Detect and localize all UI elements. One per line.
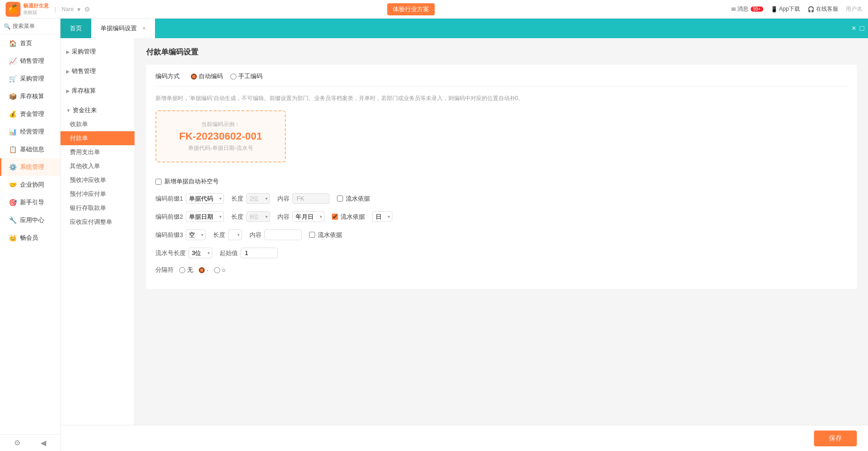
tab-maximize-icon[interactable]: □ [860,24,864,33]
content1-label: 内容 [277,195,289,203]
serial2-unit-wrapper[interactable]: 日 月 年 ▾ [372,211,392,222]
group-sales: ▶ 销售管理 [61,61,135,81]
encoding-card: 编码方式 自动编码 手工编码 [146,65,857,289]
message-badge: 99+ [751,7,763,12]
prefix3-select[interactable]: 空 [189,231,202,238]
logo-text: 畅通好生意 旗舰版 [23,2,49,16]
sep-dot-radio[interactable]: · [199,267,209,274]
sidebar-item-other-income[interactable]: 其他收入单 [61,159,135,173]
content1-input [292,193,330,204]
prefix1-select[interactable]: 单据代码 [189,195,221,202]
content3-item: 内容 [249,229,302,240]
serial1-checkbox[interactable] [337,195,343,202]
group-purchase-title[interactable]: ▶ 采购管理 [61,45,135,59]
sidebar-item-home[interactable]: 🏠 首页 [0,34,60,52]
tab-minimize-icon[interactable]: × [852,24,856,33]
arrow-right-icon2: ▶ [66,69,70,74]
length1-select: 2位 [249,195,267,202]
sep-none-radio[interactable]: 无 [179,266,193,274]
dropdown-icon[interactable]: ▾ [77,6,81,13]
sidebar-item-operations[interactable]: 📊 经营管理 [0,123,60,141]
content3-input[interactable] [264,229,302,240]
user-menu[interactable]: 用户名 [846,5,862,13]
message-btn[interactable]: ✉ 消息 99+ [731,5,763,13]
serial2-item: 流水依据 [332,213,365,221]
tab-close-btn[interactable]: × [142,25,146,32]
settings-icon-top[interactable]: ⚙ [84,6,90,13]
sidebar-item-payment[interactable]: 付款单 [61,131,135,145]
group-inventory-title[interactable]: ▶ 库存核算 [61,84,135,98]
encoding-method-row: 编码方式 自动编码 手工编码 [155,72,848,81]
group-purchase: ▶ 采购管理 [61,42,135,61]
sidebar-item-enterprise[interactable]: 🤝 企业协同 [0,176,60,194]
tab-home[interactable]: 首页 [61,19,91,38]
tab-encoding[interactable]: 单据编码设置 × [91,19,155,38]
trial-button[interactable]: 体验行业方案 [387,3,435,15]
sidebar-item-adjustment[interactable]: 应收应付调整单 [61,215,135,229]
service-btn[interactable]: 🎧 在线客服 [807,5,838,13]
auto-fill-checkbox[interactable] [155,179,161,185]
content2-item: 内容 年月日 ▾ [277,211,324,222]
footer-settings-btn[interactable]: ⚙ [14,438,20,447]
sidebar-item-purchase[interactable]: 🛒 采购管理 [0,70,60,88]
save-button[interactable]: 保存 [814,431,857,446]
sidebar-item-system[interactable]: ⚙️ 系统管理 [0,158,60,176]
length1-item: 长度 2位 ▾ [231,193,270,204]
content2-select-wrapper[interactable]: 年月日 ▾ [292,211,324,222]
serial-length-select[interactable]: 3位 4位 5位 [192,249,209,256]
sidebar-item-bank[interactable]: 银行存取款单 [61,201,135,215]
prefix3-item: 编码前缀3 空 ▾ [155,229,206,240]
group-capital-title[interactable]: ▼ 资金往来 [61,103,135,117]
prefix2-select-wrapper[interactable]: 单据日期 ▾ [186,211,224,222]
download-icon: 📱 [771,6,778,13]
sep-circle-radio[interactable]: ○ [214,267,226,274]
separator-label: 分隔符 [155,266,174,274]
length1-select-wrapper: 2位 ▾ [246,193,270,204]
prefix1-label: 编码前缀1 [155,195,183,203]
serial2-unit-item: 日 月 年 ▾ [372,211,392,222]
sidebar-item-basic[interactable]: 📋 基础信息 [0,141,60,158]
length3-item: 长度 ▾ [213,229,242,240]
content2-label: 内容 [277,213,289,221]
sidebar-item-prepaid-payable[interactable]: 预付冲应付单 [61,187,135,201]
preview-label: 当前编码示例： [170,121,271,128]
sidebar-search[interactable]: 🔍 搜索菜单 [0,19,60,34]
sidebar-item-member[interactable]: 👑 畅会员 [0,229,60,247]
start-value-input[interactable] [241,248,278,258]
sidebar-item-receipt[interactable]: 收款单 [61,117,135,131]
content-area: 首页 单据编码设置 × × □ ▶ 采购管理 [61,19,868,451]
footer-collapse-btn[interactable]: ◀ [40,438,46,447]
prefix3-label: 编码前缀3 [155,231,183,239]
prefix1-select-wrapper[interactable]: 单据代码 ▾ [186,193,224,204]
content2-select[interactable]: 年月日 [296,213,321,220]
sidebar-item-finance[interactable]: 💰 资金管理 [0,105,60,123]
prefix3-select-wrapper[interactable]: 空 ▾ [186,229,206,240]
main-layout: 🔍 搜索菜单 🏠 首页 📈 销售管理 🛒 采购管理 📦 库存核算 💰 资金管理 … [0,19,868,451]
serial2-checkbox[interactable] [332,214,338,220]
group-sales-title[interactable]: ▶ 销售管理 [61,64,135,78]
serial2-unit-select[interactable]: 日 月 年 [376,213,389,220]
download-btn[interactable]: 📱 App下载 [771,5,800,13]
sidebar-footer: ⚙ ◀ [0,434,60,451]
serial3-item: 流水依据 [309,231,342,239]
serial3-checkbox[interactable] [309,232,315,238]
sidebar-item-expense[interactable]: 费用支出单 [61,145,135,159]
sidebar-item-inventory[interactable]: 📦 库存核算 [0,88,60,105]
auto-code-radio[interactable]: 自动编码 [191,72,223,81]
group-inventory: ▶ 库存核算 [61,81,135,101]
manual-code-radio[interactable]: 手工编码 [230,72,262,81]
prefix2-select[interactable]: 单据日期 [189,213,221,220]
main-panel: 付款单编码设置 编码方式 自动编码 手工编码 [135,38,868,425]
sidebar-item-sales[interactable]: 📈 销售管理 [0,52,60,70]
auto-fill-label: 新增单据自动补空号 [164,177,219,186]
length3-select-wrapper[interactable]: ▾ [228,229,242,240]
sidebar-item-apps[interactable]: 🔧 应用中心 [0,211,60,229]
encoding-method-label: 编码方式 [155,72,180,81]
finance-icon: 💰 [9,110,16,118]
sidebar-item-guide[interactable]: 🎯 新手引导 [0,194,60,211]
serial-length-select-wrapper[interactable]: 3位 4位 5位 ▾ [188,248,212,258]
inventory-icon: 📦 [9,93,16,100]
length3-select[interactable] [231,231,239,238]
sales-icon: 📈 [9,57,16,65]
sidebar-item-prepaid-receivable[interactable]: 预收冲应收单 [61,173,135,187]
